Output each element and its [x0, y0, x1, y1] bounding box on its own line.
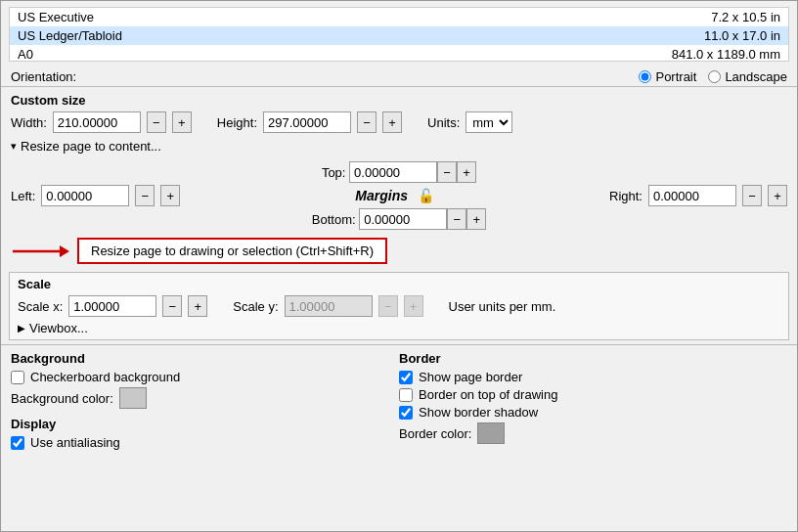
- right-label: Right:: [609, 189, 643, 203]
- background-color-swatch[interactable]: [119, 387, 147, 409]
- display-title: Display: [11, 417, 399, 431]
- scaley-increment-button[interactable]: +: [404, 295, 423, 317]
- viewbox-link[interactable]: Viewbox...: [18, 321, 780, 335]
- margins-label: Margins: [355, 188, 408, 203]
- document-properties-dialog: US Executive 7.2 x 10.5 in US Ledger/Tab…: [0, 0, 798, 532]
- height-increment-button[interactable]: +: [382, 111, 402, 133]
- bottom-input[interactable]: [359, 208, 447, 230]
- height-label: Height:: [217, 115, 257, 130]
- arrow-right-icon: [11, 240, 69, 263]
- scale-title: Scale: [18, 277, 780, 291]
- resize-to-drawing-button[interactable]: Resize page to drawing or selection (Ctr…: [77, 238, 387, 264]
- bottom-section: Background Checkerboard background Backg…: [1, 344, 797, 459]
- width-label: Width:: [11, 115, 47, 130]
- margins-section: Top: − + Left: − + Margins 🔓 Right: − +: [1, 159, 797, 236]
- show-page-border-row: Show page border: [399, 370, 787, 384]
- scaley-decrement-button[interactable]: −: [378, 295, 398, 317]
- border-color-row: Border color:: [399, 422, 787, 444]
- page-size: 841.0 x 1189.0 mm: [672, 47, 780, 62]
- right-increment-button[interactable]: +: [768, 185, 787, 206]
- page-size: 7.2 x 10.5 in: [711, 10, 780, 24]
- page-size-list[interactable]: US Executive 7.2 x 10.5 in US Ledger/Tab…: [9, 7, 789, 62]
- right-decrement-button[interactable]: −: [742, 185, 762, 206]
- scaley-input[interactable]: [285, 295, 373, 317]
- checkerboard-label: Checkerboard background: [30, 370, 180, 384]
- units-label: Units:: [427, 115, 460, 130]
- top-input[interactable]: [349, 161, 437, 183]
- show-page-border-checkbox[interactable]: [399, 371, 413, 384]
- width-decrement-button[interactable]: −: [147, 111, 166, 133]
- border-color-label: Border color:: [399, 426, 471, 441]
- show-border-shadow-label: Show border shadow: [419, 405, 538, 420]
- left-decrement-button[interactable]: −: [135, 185, 155, 206]
- scalex-increment-button[interactable]: +: [188, 295, 207, 317]
- right-input[interactable]: [648, 185, 736, 206]
- landscape-option[interactable]: Landscape: [708, 69, 787, 84]
- top-label: Top:: [322, 165, 346, 180]
- scalex-label: Scale x:: [18, 299, 63, 314]
- orientation-row: Orientation: Portrait Landscape: [1, 66, 797, 86]
- scaley-label: Scale y:: [233, 299, 278, 314]
- list-item[interactable]: A0 841.0 x 1189.0 mm: [10, 45, 788, 62]
- border-on-top-row: Border on top of drawing: [399, 387, 787, 402]
- width-height-row: Width: − + Height: − + Units: mm px in c…: [11, 111, 787, 133]
- width-input[interactable]: [53, 111, 141, 133]
- orientation-radio-group: Portrait Landscape: [639, 69, 787, 84]
- antialiasing-label: Use antialiasing: [30, 435, 120, 450]
- orientation-label: Orientation:: [11, 69, 76, 84]
- bottom-increment-button[interactable]: +: [466, 208, 486, 230]
- units-select[interactable]: mm px in cm: [466, 111, 512, 133]
- scale-section: Scale Scale x: − + Scale y: − + User uni…: [9, 272, 789, 340]
- custom-size-section: Custom size Width: − + Height: − + Units…: [1, 86, 797, 159]
- page-size: 11.0 x 17.0 in: [704, 28, 780, 43]
- list-item[interactable]: US Executive 7.2 x 10.5 in: [10, 8, 788, 26]
- page-name: US Executive: [18, 10, 94, 24]
- background-color-row: Background color:: [11, 387, 399, 409]
- border-color-swatch[interactable]: [477, 422, 505, 444]
- landscape-label: Landscape: [725, 69, 787, 84]
- scalex-input[interactable]: [68, 295, 156, 317]
- left-label: Left:: [11, 189, 35, 203]
- page-name: A0: [18, 47, 33, 62]
- width-increment-button[interactable]: +: [172, 111, 192, 133]
- page-name: US Ledger/Tabloid: [18, 28, 122, 43]
- border-section: Border Show page border Border on top of…: [399, 351, 787, 453]
- scale-row: Scale x: − + Scale y: − + User units per…: [18, 295, 780, 317]
- border-on-top-checkbox[interactable]: [399, 388, 413, 402]
- antialiasing-row: Use antialiasing: [11, 435, 399, 450]
- custom-size-title: Custom size: [11, 91, 787, 111]
- border-on-top-label: Border on top of drawing: [419, 387, 557, 402]
- bottom-label: Bottom:: [312, 212, 356, 227]
- portrait-radio[interactable]: [639, 70, 651, 83]
- portrait-label: Portrait: [655, 69, 696, 84]
- top-decrement-button[interactable]: −: [437, 161, 457, 183]
- bottom-decrement-button[interactable]: −: [447, 208, 466, 230]
- lock-icon[interactable]: 🔓: [418, 188, 434, 203]
- top-increment-button[interactable]: +: [457, 161, 476, 183]
- landscape-radio[interactable]: [708, 70, 721, 83]
- portrait-option[interactable]: Portrait: [639, 69, 696, 84]
- resize-page-to-content-link[interactable]: Resize page to content...: [11, 137, 787, 155]
- svg-marker-1: [60, 245, 69, 257]
- list-item[interactable]: US Ledger/Tabloid 11.0 x 17.0 in: [10, 26, 788, 45]
- scroll-area: US Executive 7.2 x 10.5 in US Ledger/Tab…: [1, 1, 797, 531]
- resize-btn-row: Resize page to drawing or selection (Ctr…: [1, 236, 797, 270]
- height-input[interactable]: [263, 111, 351, 133]
- scalex-decrement-button[interactable]: −: [162, 295, 182, 317]
- antialiasing-checkbox[interactable]: [11, 436, 24, 450]
- checkerboard-checkbox[interactable]: [11, 371, 24, 384]
- background-color-label: Background color:: [11, 391, 113, 406]
- border-title: Border: [399, 351, 787, 366]
- user-units-label: User units per mm.: [449, 299, 556, 314]
- show-border-shadow-checkbox[interactable]: [399, 406, 413, 420]
- left-increment-button[interactable]: +: [160, 185, 180, 206]
- height-decrement-button[interactable]: −: [357, 111, 377, 133]
- left-input[interactable]: [41, 185, 129, 206]
- show-page-border-label: Show page border: [419, 370, 522, 384]
- show-border-shadow-row: Show border shadow: [399, 405, 787, 420]
- background-title: Background: [11, 351, 399, 366]
- background-display-section: Background Checkerboard background Backg…: [11, 351, 399, 453]
- checkerboard-row: Checkerboard background: [11, 370, 399, 384]
